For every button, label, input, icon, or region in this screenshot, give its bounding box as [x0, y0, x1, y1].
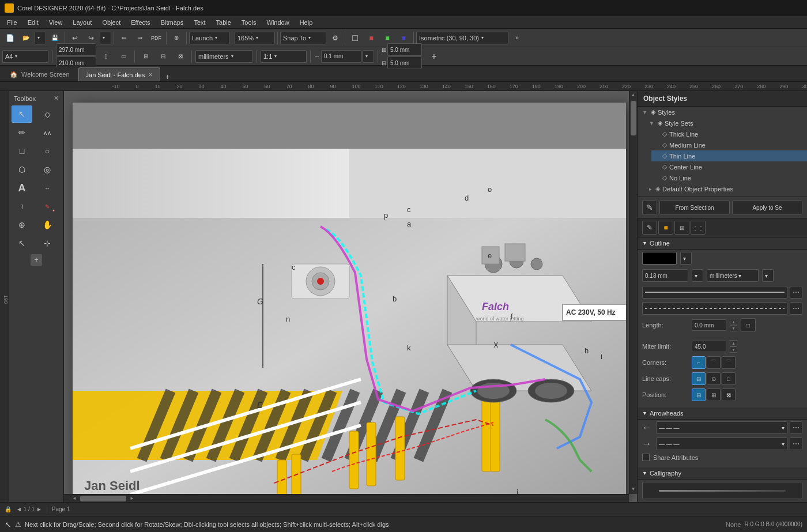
outline-color-swatch[interactable]	[642, 252, 677, 265]
save-btn[interactable]: 💾	[47, 31, 62, 45]
arrow-start-dropdown[interactable]: — — — ▾	[656, 421, 787, 434]
text-tool-btn[interactable]: A	[12, 179, 32, 197]
page-size-dropdown[interactable]: A4 ▾	[2, 50, 48, 63]
menu-edit[interactable]: Edit	[23, 18, 43, 27]
canvas-area[interactable]: Falch world of water jetting	[64, 91, 637, 502]
menu-layout[interactable]: Layout	[68, 18, 96, 27]
apply-to-selection-btn[interactable]: Apply to Se	[732, 201, 802, 214]
tab-home[interactable]: 🏠 Welcome Screen	[2, 67, 77, 81]
eyedropper-tool-btn[interactable]: ✎●	[37, 198, 58, 215]
cap-flat-btn[interactable]: ⊟	[692, 372, 706, 385]
menu-object[interactable]: Object	[97, 18, 125, 27]
redo-btn[interactable]: ↪	[84, 31, 99, 45]
view-mode-3[interactable]: ■	[380, 31, 395, 45]
view-mode-2[interactable]: ■	[364, 31, 379, 45]
landscape-btn[interactable]: ▭	[116, 50, 131, 63]
polygon-tool-btn[interactable]: ⬡	[12, 161, 32, 178]
scroll-left-btn[interactable]: ◄	[72, 496, 77, 501]
scroll-down-btn[interactable]: ▼	[630, 485, 637, 493]
line-options-btn[interactable]: ⋯	[790, 286, 802, 299]
outline-color-dropdown[interactable]: ▾	[680, 252, 692, 265]
select-tool-btn[interactable]: ↖	[12, 105, 32, 123]
from-selection-btn[interactable]: From Selection	[659, 201, 730, 214]
page-layout2-btn[interactable]: ⊟	[156, 50, 171, 63]
arrow-end-dropdown[interactable]: — — — ▾	[656, 437, 787, 450]
units-dropdown[interactable]: millimeters ▾	[195, 50, 253, 63]
open-btn[interactable]: 📂	[18, 31, 33, 45]
toolbox-close-icon[interactable]: ✕	[54, 95, 59, 102]
length-up[interactable]: ▲	[730, 319, 737, 325]
texture-icon[interactable]: ⋮⋮	[691, 221, 706, 235]
miter-up[interactable]: ▲	[730, 340, 737, 346]
export-pdf-btn[interactable]: PDF	[149, 31, 164, 45]
eyedropper2-icon[interactable]: ✎	[642, 221, 657, 235]
tree-thin-line[interactable]: ▸ ◇ Thin Line	[651, 150, 807, 161]
tree-style-sets[interactable]: ▼ ◈ Style Sets	[644, 118, 807, 129]
undo-btn[interactable]: ↩	[67, 31, 82, 45]
calligraphy-section-header[interactable]: ▼ Calligraphy	[638, 467, 807, 480]
undo-dropdown[interactable]: ▾	[100, 32, 111, 44]
scale-dropdown[interactable]: 1:1 ▾	[261, 50, 307, 63]
tree-no-line[interactable]: ▸ ◇ No Line	[651, 172, 807, 183]
nudge-input[interactable]: 0.1 mm	[321, 50, 361, 63]
menu-effects[interactable]: Effects	[126, 18, 154, 27]
miter-down[interactable]: ▼	[730, 346, 737, 353]
corner-miter-btn[interactable]: ⌐	[692, 356, 706, 369]
zoom-tool-btn[interactable]: ⊕	[12, 216, 32, 233]
snap-x-input[interactable]: 5.0 mm	[387, 43, 422, 56]
scroll-thumb-h[interactable]	[80, 496, 126, 501]
arrowheads-section-header[interactable]: ▼ Arrowheads	[638, 408, 807, 420]
page-layout-btn[interactable]: ⊞	[138, 50, 153, 63]
calligraphy-preview[interactable]	[642, 482, 802, 499]
eyedropper-panel-icon[interactable]: ✎	[642, 201, 657, 214]
menu-text[interactable]: Text	[189, 18, 210, 27]
pos-outside-btn[interactable]: ⊠	[722, 388, 736, 401]
export-btn[interactable]: ⇒	[133, 31, 148, 45]
tree-default-props[interactable]: ▸ ◈ Default Object Properties	[644, 183, 807, 194]
length-value[interactable]: 0.0 mm	[692, 319, 726, 331]
add-page-btn[interactable]: +	[427, 50, 442, 63]
status-page-nav[interactable]: ◄ 1 / 1 ►	[16, 506, 42, 512]
corner-round-btn[interactable]: ⌒	[707, 356, 721, 369]
menu-table[interactable]: Table	[212, 18, 236, 27]
ellipse-tool-btn[interactable]: ○	[37, 142, 58, 160]
line-dash-options-btn[interactable]: ⋯	[790, 302, 802, 315]
outline-width-input[interactable]: 0.18 mm	[642, 269, 688, 282]
snap-dropdown[interactable]: Snap To ▾	[280, 32, 326, 44]
tab-active[interactable]: Jan Seidl - Falch.des ✕	[78, 67, 161, 81]
dimension-tool-btn[interactable]: ↔	[37, 179, 58, 197]
publish-btn[interactable]: ⊕	[169, 31, 184, 45]
snap-y-input[interactable]: 5.0 mm	[387, 56, 422, 69]
pointer2-tool-btn[interactable]: ⊹	[37, 235, 58, 252]
scroll-right-btn[interactable]: ►	[130, 496, 134, 501]
corner-bevel-btn[interactable]: ⌒	[722, 356, 736, 369]
spiral-tool-btn[interactable]: ◎	[37, 161, 58, 178]
outline-style-dropdown[interactable]: ▾	[762, 269, 774, 282]
outline-units-dropdown[interactable]: millimeters ▾	[707, 269, 759, 282]
line-preview-2[interactable]	[642, 302, 787, 315]
view-mode-1[interactable]: □	[348, 31, 363, 45]
menu-tools[interactable]: Tools	[237, 18, 261, 27]
tab-add-btn[interactable]: +	[161, 72, 173, 81]
view-dropdown[interactable]: Isometric (30, 90, 30) ▾	[416, 32, 508, 44]
select2-tool-btn[interactable]: ↖	[12, 235, 32, 252]
menu-view[interactable]: View	[44, 18, 67, 27]
new-btn[interactable]: 📄	[2, 31, 17, 45]
length-spinner[interactable]: ▲ ▼	[730, 319, 737, 331]
open-dropdown[interactable]: ▾	[35, 32, 46, 44]
expand-btn[interactable]: »	[510, 31, 525, 45]
tree-medium-line[interactable]: ▸ ◇ Medium Line	[651, 139, 807, 150]
fill-icon[interactable]: ■	[658, 221, 673, 235]
tree-center-line[interactable]: ▸ ◇ Center Line	[651, 161, 807, 172]
pos-center-btn[interactable]: ⊟	[692, 388, 706, 401]
pattern-icon[interactable]: ⊞	[674, 221, 689, 235]
outline-width-dropdown[interactable]: ▾	[692, 269, 703, 282]
length-lock-icon[interactable]: □	[741, 318, 756, 332]
import-btn[interactable]: ⇐	[116, 31, 131, 45]
share-attr-checkbox[interactable]	[642, 454, 650, 461]
arrow-start-options[interactable]: ⋯	[790, 421, 802, 434]
toolbox-add-btn[interactable]: +	[31, 254, 42, 266]
rect-tool-btn[interactable]: □	[12, 142, 32, 160]
length-down[interactable]: ▼	[730, 325, 737, 331]
v-scrollbar[interactable]: ▲ ▼	[629, 91, 637, 494]
